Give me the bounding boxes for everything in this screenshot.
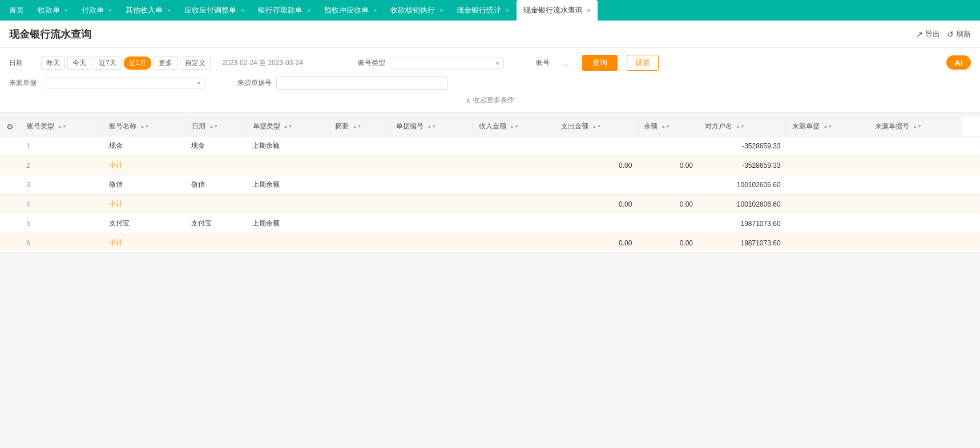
close-icon[interactable]: × — [307, 7, 310, 14]
th-income[interactable]: 收入金额 ▲▼ — [473, 117, 555, 136]
cell-date: 上期余额 — [247, 214, 329, 233]
refresh-button[interactable]: ↺ 刷新 — [947, 29, 971, 39]
table-row: 2小计0.000.00-3528659.33 — [0, 156, 980, 175]
account-dots[interactable]: ... — [563, 58, 574, 67]
cell-doc-type — [329, 156, 390, 175]
cell-date — [247, 233, 329, 253]
cell-balance: 19871073.60 — [699, 233, 787, 253]
sort-arrows-icon: ▲▼ — [592, 124, 602, 129]
export-button[interactable]: ↗ 导出 — [916, 29, 940, 39]
th-source-doc-no[interactable]: 来源单据号 ▲▼ — [869, 117, 962, 136]
source-doc-no-input[interactable] — [276, 76, 447, 90]
nav-cash-stats[interactable]: 现金银行统计 × — [450, 0, 516, 21]
filter-row-2: 来源单据 ▾ 来源单据号 — [9, 76, 971, 90]
date-btn-1month[interactable]: 近1月 — [124, 56, 152, 70]
account-label: 账号 — [536, 58, 559, 68]
row-settings — [0, 136, 21, 156]
export-icon: ↗ — [916, 30, 923, 39]
nav-advance-offset[interactable]: 预收冲应收单 × — [317, 0, 384, 21]
nav-home[interactable]: 首页 — [2, 0, 31, 21]
account-type-select[interactable]: ▾ — [390, 58, 504, 68]
cell-source-doc — [869, 195, 962, 214]
refresh-icon: ↺ — [947, 30, 954, 39]
close-icon[interactable]: × — [64, 7, 68, 14]
cell-date — [247, 195, 329, 214]
ai-button[interactable]: Ai — [946, 55, 971, 70]
cell-date: 上期余额 — [247, 175, 329, 195]
date-btn-custom[interactable]: 自定义 — [180, 56, 211, 70]
th-account-name[interactable]: 账号名称 ▲▼ — [103, 117, 186, 136]
row-number: 2 — [21, 156, 103, 175]
cell-doc-type — [329, 136, 390, 156]
sort-arrows-icon: ▲▼ — [209, 124, 218, 129]
cell-income — [555, 136, 638, 156]
cell-expense — [638, 136, 699, 156]
cell-balance: 100102606.60 — [699, 195, 787, 214]
cell-summary — [390, 156, 473, 175]
setting-button[interactable]: 设置 — [627, 55, 659, 71]
sort-arrows-icon: ▲▼ — [736, 124, 745, 129]
cell-counterpart — [787, 233, 869, 253]
th-date[interactable]: 日期 ▲▼ — [185, 117, 247, 136]
th-settings[interactable]: ⚙ — [0, 117, 21, 136]
collapse-bar[interactable]: ∧ 收起更多条件 — [9, 95, 971, 105]
table-row: 4小计0.000.00100102606.60 — [0, 195, 980, 214]
chevron-down-icon: ▾ — [197, 80, 200, 86]
header-actions: ↗ 导出 ↺ 刷新 — [916, 29, 971, 39]
th-doc-type[interactable]: 单据类型 ▲▼ — [247, 117, 329, 136]
page-title: 现金银行流水查询 — [9, 27, 91, 41]
close-icon[interactable]: × — [241, 7, 244, 14]
nav-payment[interactable]: 付款单 × — [75, 0, 119, 21]
cell-summary — [390, 214, 473, 233]
cell-account-type: 小计 — [103, 156, 186, 175]
cell-doc-no — [473, 233, 555, 253]
cell-summary — [390, 233, 473, 253]
table-row: 3微信微信上期余额100102606.60 — [0, 175, 980, 195]
cell-expense: 0.00 — [638, 233, 699, 253]
th-balance[interactable]: 余额 ▲▼ — [638, 117, 699, 136]
th-doc-no[interactable]: 单据编号 ▲▼ — [390, 117, 473, 136]
date-btn-more[interactable]: 更多 — [154, 56, 178, 70]
sort-arrows-icon: ▲▼ — [661, 124, 670, 129]
query-button[interactable]: 查询 — [582, 55, 618, 71]
cell-doc-no — [473, 195, 555, 214]
cell-expense — [638, 214, 699, 233]
th-account-type[interactable]: 账号类型 ▲▼ — [21, 117, 103, 136]
cell-account-type: 小计 — [103, 233, 186, 253]
close-icon[interactable]: × — [439, 7, 443, 14]
cell-doc-type — [329, 175, 390, 195]
cell-doc-type — [329, 233, 390, 253]
th-source-doc[interactable]: 来源单据 ▲▼ — [787, 117, 869, 136]
source-doc-select[interactable]: ▾ — [46, 78, 205, 88]
gear-icon[interactable]: ⚙ — [6, 122, 14, 131]
th-expense[interactable]: 支出金额 ▲▼ — [555, 117, 638, 136]
date-btn-yesterday[interactable]: 昨天 — [41, 56, 65, 70]
sort-arrows-icon: ▲▼ — [140, 124, 150, 129]
collapse-label: 收起更多条件 — [473, 95, 514, 105]
close-icon[interactable]: × — [167, 7, 171, 14]
nav-adjustment[interactable]: 应收应付调整单 × — [178, 0, 251, 21]
nav-collection-exec[interactable]: 收款核销执行 × — [384, 0, 450, 21]
date-options: 昨天 今天 近7天 近1月 更多 自定义 — [41, 56, 211, 70]
filter-area: 日期 昨天 今天 近7天 近1月 更多 自定义 2023-02-24 至 202… — [0, 48, 980, 112]
th-summary[interactable]: 摘要 ▲▼ — [329, 117, 390, 136]
nav-receipt[interactable]: 收款单 × — [31, 0, 75, 21]
filter-row-1: 日期 昨天 今天 近7天 近1月 更多 自定义 2023-02-24 至 202… — [9, 55, 971, 71]
row-settings — [0, 175, 21, 195]
nav-cash-flow[interactable]: 现金银行流水查询 × — [517, 0, 598, 21]
close-icon[interactable]: × — [506, 7, 509, 14]
close-icon[interactable]: × — [373, 7, 377, 14]
date-btn-today[interactable]: 今天 — [67, 56, 91, 70]
cell-source-doc — [869, 156, 962, 175]
cell-date — [247, 156, 329, 175]
close-icon[interactable]: × — [108, 7, 112, 14]
cell-income: 0.00 — [555, 156, 638, 175]
sort-arrows-icon: ▲▼ — [427, 124, 436, 129]
th-counterpart[interactable]: 对方户名 ▲▼ — [699, 117, 787, 136]
nav-bank-deposit[interactable]: 银行存取款单 × — [251, 0, 317, 21]
cell-summary — [390, 195, 473, 214]
account-type-label: 账号类型 — [358, 58, 385, 68]
close-icon[interactable]: × — [587, 7, 590, 14]
date-btn-7days[interactable]: 近7天 — [94, 56, 122, 70]
nav-other-income[interactable]: 其他收入单 × — [119, 0, 178, 21]
